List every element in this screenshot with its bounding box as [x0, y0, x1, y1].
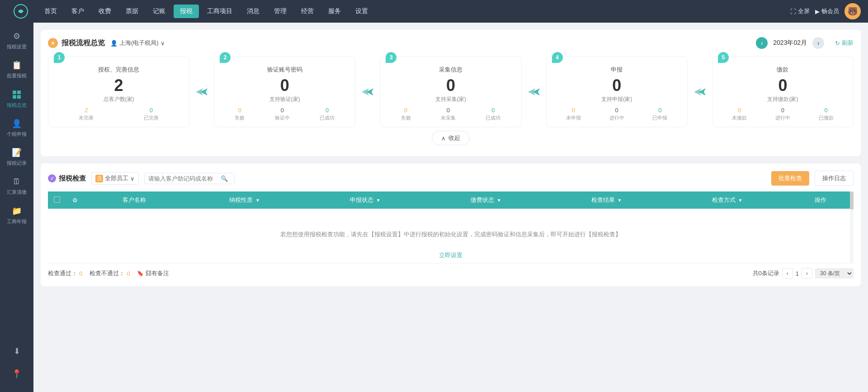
step-sub-5-2[interactable]: 0 已缴款	[819, 107, 834, 121]
nav-item-management[interactable]: 管理	[268, 5, 293, 18]
sidebar-item-tax-records[interactable]: 📝 报税记录	[1, 143, 33, 171]
search-icon[interactable]: 🔍	[221, 175, 228, 182]
step-sub-3-1[interactable]: 0 未采集	[441, 107, 456, 121]
pagination: 共0条记录 ‹ 1 › 30 条/页 50 条/页 100 条/页	[753, 268, 854, 279]
fullscreen-button[interactable]: ⛶ 全屏	[790, 7, 810, 15]
payment-status-filter-icon[interactable]: ▼	[497, 198, 501, 203]
search-box: 🔍	[144, 173, 235, 184]
step-sub-4-0[interactable]: 0 未申报	[566, 107, 581, 121]
fullscreen-icon: ⛶	[790, 8, 796, 15]
sidebar-item-annual-settlement[interactable]: 🗓 汇算清缴	[1, 172, 33, 200]
location-person-icon: 👤	[110, 40, 118, 47]
nav-item-home[interactable]: 首页	[38, 5, 63, 18]
location-tag[interactable]: 👤 上海(电子税局) ∨	[110, 39, 165, 47]
step-sub-2-0[interactable]: 0 失败	[235, 107, 245, 121]
step-sub-2-2[interactable]: 0 已成功	[320, 107, 335, 121]
per-page-select[interactable]: 30 条/页 50 条/页 100 条/页	[815, 268, 854, 278]
staff-icon-tag: 员	[95, 175, 103, 182]
step-title-2: 验证账号密码	[220, 66, 349, 74]
batch-check-button[interactable]: 批量检查	[771, 171, 809, 186]
check-result-filter-icon[interactable]: ▼	[618, 198, 622, 203]
next-page-button[interactable]: ›	[802, 268, 812, 279]
nav-item-accounting[interactable]: 记账	[146, 5, 172, 18]
staff-chevron-icon: ∨	[130, 175, 135, 182]
fail-count[interactable]: 0	[127, 270, 130, 277]
prev-page-button[interactable]: ‹	[782, 268, 793, 279]
individual-tax-label: 个税申报	[7, 131, 27, 137]
tax-type-filter-icon[interactable]: ▼	[255, 198, 260, 203]
staff-filter-dropdown[interactable]: 员 全部员工 ∨	[91, 172, 139, 185]
step-sub-5-1[interactable]: 0 进行中	[775, 107, 790, 121]
refresh-button[interactable]: ↻ 刷新	[835, 39, 854, 47]
declare-status-filter-icon[interactable]: ▼	[376, 198, 381, 203]
nav-item-invoices[interactable]: 票据	[119, 5, 145, 18]
step-sub-3-0[interactable]: 0 失败	[401, 107, 411, 121]
nav-item-clients[interactable]: 客户	[65, 5, 90, 18]
step-sub-2-0-val: 0	[238, 107, 241, 114]
th-payment-status: 缴费状态 ▼	[425, 191, 546, 209]
search-input[interactable]	[148, 175, 221, 182]
step-count-4: 0	[552, 77, 682, 94]
nav-item-settings[interactable]: 设置	[349, 5, 374, 18]
sidebar-item-overview[interactable]: 报税总览	[1, 85, 33, 113]
operation-log-button[interactable]: 操作日志	[815, 171, 854, 186]
prev-month-button[interactable]: ‹	[756, 37, 768, 49]
step-sub-4-2[interactable]: 0 已申报	[652, 107, 667, 121]
sidebar-item-download[interactable]: ⬇	[1, 341, 33, 363]
sidebar-item-batch-tax[interactable]: 📋 批量报税	[1, 55, 33, 83]
select-all-checkbox[interactable]	[54, 196, 60, 203]
nav-item-messages[interactable]: 消息	[241, 5, 266, 18]
step-count-2: 0	[220, 77, 349, 94]
refresh-icon: ↻	[835, 40, 840, 47]
table-empty-row: 若您想使用报税检查功能，请先在【报税设置】中进行报税的初始化设置，完成密码验证和…	[48, 209, 854, 263]
sidebar-item-annual-report[interactable]: 📁 工商年报	[1, 201, 33, 229]
step-sub-4-1[interactable]: 0 进行中	[609, 107, 624, 121]
nav-item-commerce[interactable]: 工商项目	[201, 5, 239, 18]
check-method-filter-icon[interactable]: ▼	[738, 198, 742, 203]
location-icon: 📍	[11, 368, 22, 379]
svg-rect-1	[13, 91, 16, 94]
individual-tax-icon: 👤	[11, 118, 22, 129]
sidebar-item-tax-settings[interactable]: ⚙ 报税设置	[1, 26, 33, 54]
nav-item-operations[interactable]: 经营	[295, 5, 320, 18]
nav-item-services[interactable]: 服务	[322, 5, 347, 18]
member-button[interactable]: ▶ 畅会员	[815, 7, 839, 15]
pass-label: 检查通过：	[48, 269, 77, 277]
mascot-avatar[interactable]: 🐻	[844, 3, 861, 19]
arrow-1-2	[193, 87, 210, 96]
step-sub-1-0[interactable]: 2 未完善	[79, 107, 94, 121]
sidebar-item-location[interactable]: 📍	[1, 364, 33, 386]
flow-steps: 1 授权、完善信息 2 总客户数(家) 2 未完善 0 已完善	[48, 56, 854, 127]
step-sub-5-0-lbl: 未缴款	[732, 115, 747, 121]
step-sub-2-1-val: 0	[281, 107, 284, 114]
th-check-method: 检查方式 ▼	[667, 191, 788, 209]
step-sub-5-0[interactable]: 0 未缴款	[732, 107, 747, 121]
step-sub-1-1[interactable]: 0 已完善	[144, 107, 159, 121]
step-sub-3-2[interactable]: 0 已成功	[486, 107, 500, 121]
content-area: + 报税流程总览 👤 上海(电子税局) ∨ ‹ 2023年02月 › ↻ 刷新	[33, 23, 868, 392]
settings-icon[interactable]: ⚙	[72, 197, 78, 204]
step-sub-5-1-val: 0	[781, 107, 784, 114]
step-sub-4-2-lbl: 已申报	[652, 115, 667, 121]
step-sub-2-1[interactable]: 0 验证中	[275, 107, 290, 121]
pass-count[interactable]: 0	[79, 270, 82, 277]
collapse-button[interactable]: ∧ 收起	[432, 131, 470, 145]
step-unit-5: 支持缴款(家)	[718, 96, 848, 103]
annual-report-label: 工商年报	[7, 218, 27, 225]
step-count-1: 2	[54, 77, 184, 94]
check-table: ⚙ 客户名称 纳税性质 ▼ 申报状态 ▼	[48, 191, 854, 263]
step-title-4: 申报	[552, 66, 682, 74]
nav-item-tax[interactable]: 报税	[174, 5, 199, 18]
overview-title-area: + 报税流程总览	[48, 38, 105, 48]
nav-item-fees[interactable]: 收费	[92, 5, 118, 18]
table-wrapper: ⚙ 客户名称 纳税性质 ▼ 申报状态 ▼	[48, 191, 854, 263]
sidebar-item-individual-tax[interactable]: 👤 个税申报	[1, 114, 33, 142]
th-action-text: 操作	[815, 196, 826, 203]
setup-link[interactable]: 立即设置	[53, 251, 848, 259]
step-sub-5-0-val: 0	[738, 107, 741, 114]
next-month-button[interactable]: ›	[812, 37, 824, 49]
scrollbar-thumb[interactable]	[850, 191, 854, 210]
scrollbar-track[interactable]	[850, 191, 854, 263]
th-action: 操作	[788, 191, 854, 209]
flow-step-4: 4 申报 0 支持申报(家) 0 未申报 0 进行中	[546, 56, 688, 127]
